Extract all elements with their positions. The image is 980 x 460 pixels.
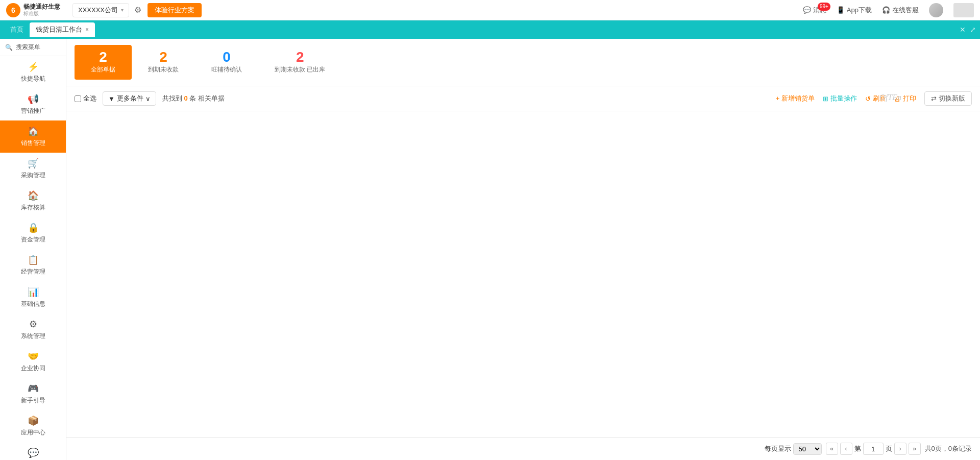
sidebar-item-label: 新手引导	[21, 396, 45, 405]
sidebar-item-label: 企业协同	[21, 364, 45, 373]
top-header: 6 畅捷通好生意 标准版 XXXXXX公司 ▾ ⚙ 体验行业方案 💬 消息 99…	[0, 0, 980, 20]
tab-workbench[interactable]: 钱货日清工作台 ×	[30, 22, 95, 37]
more-filter-btn[interactable]: ▼ 更多条件 ∨	[103, 91, 156, 106]
result-text: 共找到 0 条 相关单据	[162, 94, 225, 103]
tab-home[interactable]: 首页	[4, 22, 30, 37]
experience-btn[interactable]: 体验行业方案	[148, 3, 202, 17]
page-input[interactable]	[863, 443, 884, 455]
wechat-icon: 💬	[28, 447, 39, 458]
page-size-dropdown[interactable]: 50 100 200	[793, 443, 822, 455]
card-shipped-number: 2	[296, 49, 304, 65]
filter-icon: ▼	[108, 95, 115, 103]
page-unit: 页	[886, 444, 892, 453]
nav-tabs-right: ✕ ⤢	[960, 26, 976, 34]
sidebar: 🔍 搜索菜单 ⚡ 快捷导航 📢 营销推广 🏠 销售管理 🛒 采购管理 🏠 库存核…	[0, 39, 66, 460]
message-btn[interactable]: 💬 消息 99+	[803, 6, 826, 15]
select-all-input[interactable]	[75, 95, 81, 102]
sidebar-item-wechat[interactable]: 💬 企业微信	[0, 442, 66, 460]
card-pending[interactable]: 0 旺辅待确认	[195, 45, 258, 80]
sidebar-item-label: 库存核算	[21, 203, 45, 212]
sidebar-item-label: 基础信息	[21, 300, 45, 308]
app-main-title: 畅捷通好生意	[23, 3, 60, 10]
page-label: 第	[854, 444, 861, 453]
message-badge: 99+	[818, 3, 830, 11]
sidebar-item-label: 销售管理	[21, 139, 45, 148]
avatar[interactable]	[929, 3, 943, 17]
tab-close-all-icon[interactable]: ✕	[960, 26, 966, 34]
operation-icon: 📋	[28, 254, 39, 265]
sidebar-item-label: 快捷导航	[21, 75, 45, 83]
nav-tabs: 首页 钱货日清工作台 × ✕ ⤢	[0, 20, 980, 39]
guide-icon: 🎮	[28, 383, 39, 394]
company-selector[interactable]: XXXXXX公司 ▾	[72, 3, 129, 17]
settings-icon[interactable]: ⚙	[134, 5, 141, 15]
batch-ops-label: 批量操作	[830, 94, 857, 103]
card-all-label: 全部单据	[91, 65, 115, 74]
avatar-img	[929, 3, 943, 17]
card-all-number: 2	[99, 49, 107, 65]
last-page-btn[interactable]: »	[909, 443, 921, 455]
card-shipped[interactable]: 2 到期未收款 已出库	[258, 45, 341, 80]
sidebar-item-enterprise[interactable]: 🤝 企业协同	[0, 346, 66, 378]
sales-icon: 🏠	[28, 126, 39, 137]
main-layout: 🔍 搜索菜单 ⚡ 快捷导航 📢 营销推广 🏠 销售管理 🛒 采购管理 🏠 库存核…	[0, 39, 980, 460]
app-download-btn[interactable]: 📱 App下载	[837, 6, 872, 15]
toolbar: 全选 ▼ 更多条件 ∨ 共找到 0 条 相关单据 + 新增销货单 ⊞ 批量操作	[66, 86, 980, 111]
sidebar-item-app-center[interactable]: 📦 应用中心	[0, 410, 66, 442]
logo-icon: 6	[6, 3, 20, 17]
select-all-checkbox[interactable]: 全选	[75, 94, 96, 103]
summary-cards: 2 全部单据 2 到期未收款 0 旺辅待确认 2 到期未收款 已出库	[66, 39, 980, 86]
online-service-label: 在线客服	[892, 6, 919, 15]
card-overdue-number: 2	[159, 49, 167, 65]
inventory-icon: 🏠	[28, 190, 39, 201]
batch-icon: ⊞	[823, 95, 828, 103]
card-pending-number: 0	[223, 49, 231, 65]
result-unit: 条	[189, 94, 196, 102]
batch-ops-btn[interactable]: ⊞ 批量操作	[823, 94, 857, 103]
card-overdue[interactable]: 2 到期未收款	[132, 45, 195, 80]
next-page-btn[interactable]: ›	[894, 443, 906, 455]
service-icon: 🎧	[882, 6, 890, 14]
sidebar-item-system[interactable]: ⚙ 系统管理	[0, 313, 66, 346]
sidebar-item-label: 营销推广	[21, 107, 45, 115]
purchase-icon: 🛒	[28, 158, 39, 169]
sidebar-item-inventory[interactable]: 🏠 库存核算	[0, 185, 66, 217]
user-name-area	[953, 3, 974, 17]
sidebar-search[interactable]: 🔍 搜索菜单	[0, 39, 66, 56]
app-center-icon: 📦	[28, 415, 39, 426]
select-all-label: 全选	[83, 94, 96, 103]
search-icon: 🔍	[5, 44, 13, 51]
print-label: 打印	[903, 94, 916, 103]
app-download-label: App下载	[847, 6, 872, 15]
tab-close-icon[interactable]: ×	[85, 26, 89, 33]
company-name: XXXXXX公司	[78, 6, 118, 15]
sidebar-search-label: 搜索菜单	[16, 43, 40, 52]
page-size-select: 每页显示 50 100 200	[765, 443, 822, 455]
card-overdue-label: 到期未收款	[148, 65, 179, 74]
sidebar-item-quick-nav[interactable]: ⚡ 快捷导航	[0, 56, 66, 88]
sidebar-item-marketing[interactable]: 📢 营销推广	[0, 88, 66, 120]
basic-info-icon: 📊	[28, 286, 39, 298]
result-count: 0	[184, 94, 188, 102]
sidebar-item-operation[interactable]: 📋 经营管理	[0, 249, 66, 281]
switch-version-btn[interactable]: ⇄ 切换新版	[924, 91, 972, 106]
tab-expand-icon[interactable]: ⤢	[970, 26, 976, 34]
sidebar-item-guide[interactable]: 🎮 新手引导	[0, 378, 66, 410]
first-page-btn[interactable]: «	[826, 443, 838, 455]
prev-page-btn[interactable]: ‹	[840, 443, 852, 455]
new-sales-btn[interactable]: + 新增销货单	[776, 94, 815, 103]
app-sub-title: 标准版	[23, 11, 60, 17]
sidebar-item-sales[interactable]: 🏠 销售管理	[0, 120, 66, 153]
tab-workbench-label: 钱货日清工作台	[36, 25, 82, 34]
sidebar-item-purchase[interactable]: 🛒 采购管理	[0, 153, 66, 185]
sidebar-item-label: 经营管理	[21, 268, 45, 276]
header-right: 💬 消息 99+ 📱 App下载 🎧 在线客服	[803, 3, 974, 17]
card-pending-label: 旺辅待确认	[211, 65, 242, 74]
sidebar-item-basic-info[interactable]: 📊 基础信息	[0, 281, 66, 313]
card-all[interactable]: 2 全部单据	[75, 45, 132, 80]
sidebar-item-finance[interactable]: 🔒 资金管理	[0, 217, 66, 249]
chevron-down-icon: ▾	[121, 7, 124, 13]
system-icon: ⚙	[29, 319, 37, 330]
new-sales-label: + 新增销货单	[776, 94, 815, 103]
online-service-btn[interactable]: 🎧 在线客服	[882, 6, 919, 15]
